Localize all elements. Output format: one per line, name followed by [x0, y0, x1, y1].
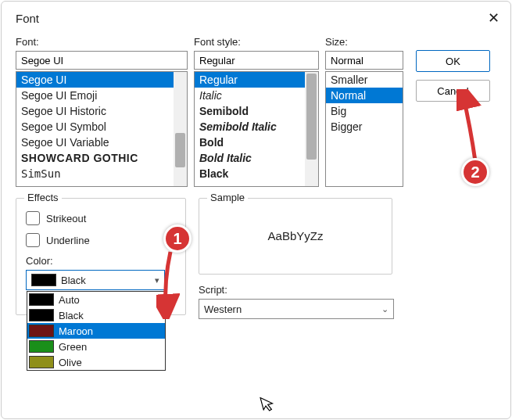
font-dialog: Font ✕ Font: Segoe UI Segoe UI Emoji Seg… — [1, 1, 511, 419]
titlebar: Font ✕ — [2, 2, 510, 31]
list-item[interactable]: Semibold — [195, 103, 318, 119]
font-listbox[interactable]: Segoe UI Segoe UI Emoji Segoe UI Histori… — [16, 71, 188, 187]
script-label: Script: — [199, 284, 394, 296]
list-item[interactable]: Italic — [195, 88, 318, 103]
cursor-icon — [260, 393, 278, 418]
style-label: Font style: — [194, 36, 319, 48]
list-item[interactable]: Big — [326, 103, 403, 119]
underline-label: Underline — [46, 235, 90, 246]
color-option[interactable]: Maroon — [27, 323, 165, 339]
strikeout-label: Strikeout — [46, 213, 86, 224]
sample-text: AaBbYyZz — [268, 229, 324, 242]
annotation-arrow-icon — [156, 249, 180, 319]
font-label: Font: — [16, 36, 188, 48]
close-icon[interactable]: ✕ — [488, 9, 499, 27]
annotation-badge-2: 2 — [461, 158, 489, 186]
size-label: Size: — [325, 36, 403, 48]
color-option[interactable]: Green — [27, 339, 165, 354]
list-item[interactable]: Smaller — [326, 72, 403, 88]
font-input[interactable] — [16, 51, 188, 70]
color-option[interactable]: Black — [27, 307, 165, 323]
scrollbar[interactable] — [305, 72, 318, 186]
effects-legend: Effects — [24, 192, 62, 203]
sample-legend: Sample — [207, 192, 248, 203]
strikeout-checkbox[interactable] — [26, 211, 40, 225]
list-item[interactable]: Segoe UI Historic — [16, 103, 187, 119]
size-listbox[interactable]: Smaller Normal Big Bigger — [325, 71, 403, 187]
chevron-down-icon: ⌄ — [381, 304, 388, 314]
list-item[interactable]: Showcard Gothic — [16, 150, 187, 166]
annotation-badge-1: 1 — [163, 224, 192, 253]
color-label: Color: — [26, 255, 176, 267]
list-item[interactable]: SimSun — [16, 166, 187, 181]
annotation-arrow-icon — [457, 89, 488, 167]
dialog-title: Font — [16, 12, 39, 25]
sample-group: Sample AaBbYyZz — [199, 198, 392, 275]
list-item[interactable]: Segoe UI — [16, 72, 187, 88]
script-dropdown[interactable]: Western ⌄ — [199, 299, 394, 319]
list-item[interactable]: Segoe UI Emoji — [16, 88, 187, 103]
size-input[interactable] — [325, 51, 403, 70]
style-input[interactable] — [194, 51, 319, 70]
color-popup[interactable]: Auto Black Maroon Green Olive — [27, 291, 166, 371]
underline-checkbox[interactable] — [26, 233, 40, 247]
list-item[interactable]: Semibold Italic — [195, 119, 318, 135]
list-item[interactable]: Bold Italic — [195, 150, 318, 166]
script-value: Western — [204, 303, 242, 315]
list-item[interactable]: Segoe UI Symbol — [16, 119, 187, 135]
color-swatch-icon — [31, 274, 56, 286]
style-listbox[interactable]: Regular Italic Semibold Semibold Italic … — [194, 71, 319, 187]
scrollbar[interactable] — [174, 72, 187, 186]
list-item[interactable]: Regular — [195, 72, 318, 88]
list-item[interactable]: Segoe UI Variable — [16, 135, 187, 150]
color-option[interactable]: Olive — [27, 354, 165, 370]
list-item[interactable]: Black — [195, 166, 318, 181]
list-item[interactable]: Normal — [326, 88, 403, 103]
color-value: Black — [61, 275, 86, 286]
color-option[interactable]: Auto — [27, 292, 165, 307]
ok-button[interactable]: OK — [416, 50, 490, 72]
list-item[interactable]: Bold — [195, 135, 318, 150]
list-item[interactable]: Bigger — [326, 119, 403, 135]
color-dropdown[interactable]: Black ▾ Auto Black Maroon Green Olive — [26, 270, 165, 290]
